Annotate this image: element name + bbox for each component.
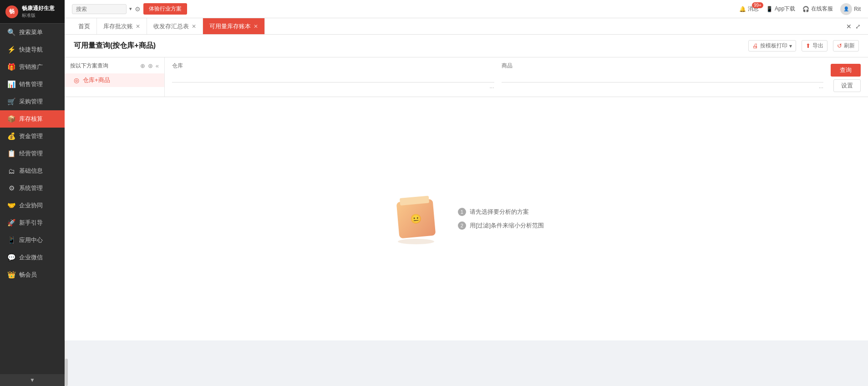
- tab-receipt-summary-label: 收发存汇总表: [153, 22, 189, 31]
- message-badge: 99+: [752, 2, 763, 8]
- sidebar-item-label: 企业协同: [19, 201, 43, 210]
- scheme-item-warehouse-product[interactable]: ◎ 仓库+商品: [65, 73, 164, 87]
- gift-icon: 🎁: [7, 63, 15, 71]
- close-all-tabs-button[interactable]: ✕: [846, 23, 852, 30]
- sidebar-item-enterprise[interactable]: 🤝 企业协同: [0, 197, 65, 214]
- sidebar-item-label: 资金管理: [19, 132, 43, 140]
- warehouse-input[interactable]: [172, 72, 494, 82]
- product-more-button[interactable]: ···: [819, 84, 823, 91]
- sidebar-item-label: 快捷导航: [19, 46, 43, 54]
- top-bar-left: ▾ ⚙ 体验行业方案: [72, 3, 736, 15]
- refresh-button[interactable]: ↺ 刷新: [833, 40, 859, 51]
- hint-item-1: 1 请先选择要分析的方案: [458, 208, 544, 216]
- sidebar-item-label: 库存核算: [19, 115, 43, 123]
- sidebar-item-app[interactable]: 📱 应用中心: [0, 232, 65, 249]
- box-icon: 📦: [7, 115, 15, 123]
- edit-scheme-button[interactable]: ⊛: [148, 62, 153, 69]
- refresh-icon: ↺: [837, 42, 842, 49]
- top-bar-right: 🔔 消息 99+ 📱 App下载 🎧 在线客服 👤 Rit: [739, 3, 861, 15]
- query-button[interactable]: 查询: [831, 64, 861, 77]
- print-label: 按模板打印: [760, 42, 787, 50]
- search-input[interactable]: [72, 4, 127, 14]
- sidebar-item-purchase[interactable]: 🛒 采购管理: [0, 93, 65, 110]
- scheme-toolbar: ⊕ ⊛ «: [140, 62, 159, 69]
- app-download-label: App下载: [775, 5, 795, 13]
- crown-icon: 👑: [7, 271, 15, 279]
- export-label: 导出: [812, 42, 823, 50]
- gear-icon: ⚙: [7, 184, 15, 192]
- message-button[interactable]: 🔔 消息 99+: [739, 5, 759, 13]
- sidebar-item-operation[interactable]: 📋 经营管理: [0, 145, 65, 162]
- username-label: Rit: [854, 6, 861, 12]
- rocket-icon: 🚀: [7, 219, 15, 227]
- scrollbar-thumb[interactable]: [65, 359, 68, 386]
- settings-button[interactable]: 设置: [833, 79, 861, 92]
- avatar: 👤: [840, 3, 852, 15]
- dropdown-icon[interactable]: ▾: [129, 6, 132, 12]
- warehouse-field: 仓库 ···: [172, 62, 494, 91]
- query-fields-panel: 仓库 ··· 商品 ··· 查询 设置: [165, 57, 868, 97]
- hint-num-1: 1: [458, 208, 466, 216]
- chat-icon: 💬: [7, 253, 15, 262]
- printer-icon: 🖨: [752, 42, 758, 49]
- product-field: 商品 ···: [502, 62, 824, 91]
- user-profile[interactable]: 👤 Rit: [840, 3, 861, 15]
- tab-batch-account[interactable]: 库存批次账 ✕: [97, 18, 147, 34]
- collapse-scheme-button[interactable]: «: [156, 62, 159, 69]
- sidebar: 畅 畅康通好生意 标准版 🔍 搜索菜单 ⚡ 快捷导航 🎁 营销推广 📊 销售管理…: [0, 0, 65, 386]
- tab-receipt-summary-close[interactable]: ✕: [192, 23, 196, 30]
- sidebar-item-wechat[interactable]: 💬 企业微信: [0, 249, 65, 266]
- sidebar-item-marketing[interactable]: 🎁 营销推广: [0, 58, 65, 76]
- sidebar-nav: 🔍 搜索菜单 ⚡ 快捷导航 🎁 营销推广 📊 销售管理 🛒 采购管理 📦 库存核…: [0, 24, 65, 374]
- sidebar-item-label: 系统管理: [19, 184, 43, 192]
- sidebar-item-search[interactable]: 🔍 搜索菜单: [0, 24, 65, 41]
- tab-receipt-summary[interactable]: 收发存汇总表 ✕: [147, 18, 203, 34]
- phone-icon: 📱: [766, 6, 773, 12]
- app-download-button[interactable]: 📱 App下载: [766, 5, 795, 13]
- company-badge: 标准版: [22, 12, 55, 19]
- empty-hints: 1 请先选择要分析的方案 2 用[过滤]条件来缩小分析范围: [458, 208, 544, 230]
- print-button[interactable]: 🖨 按模板打印 ▾: [748, 40, 796, 51]
- empty-box-graphic: 😐: [396, 199, 436, 239]
- expand-tabs-button[interactable]: ⤢: [855, 23, 861, 30]
- sidebar-item-label: 采购管理: [19, 98, 43, 106]
- warehouse-more-button[interactable]: ···: [489, 84, 494, 91]
- tab-batch-account-close[interactable]: ✕: [136, 23, 140, 30]
- tab-available-qty[interactable]: 可用量库存账本 ✕: [203, 18, 265, 34]
- product-input[interactable]: [502, 72, 824, 82]
- sidebar-item-sales[interactable]: 📊 销售管理: [0, 76, 65, 93]
- sidebar-scroll-down[interactable]: ▼: [0, 374, 65, 386]
- add-scheme-button[interactable]: ⊕: [140, 62, 145, 69]
- sidebar-item-shortcut[interactable]: ⚡ 快捷导航: [0, 41, 65, 58]
- company-name: 畅康通好生意: [22, 5, 55, 12]
- sidebar-item-newbie[interactable]: 🚀 新手引导: [0, 214, 65, 232]
- hint-text-1: 请先选择要分析的方案: [470, 208, 529, 216]
- sidebar-item-basic[interactable]: 🗂 基础信息: [0, 162, 65, 180]
- bell-icon: 🔔: [739, 6, 746, 12]
- empty-state: 😐 1 请先选择要分析的方案 2 用[过滤]条件来缩小分析范围: [65, 97, 868, 340]
- query-button-group: 查询 设置: [831, 62, 861, 92]
- folder-icon: 🗂: [7, 167, 15, 175]
- trial-button[interactable]: 体验行业方案: [143, 3, 187, 15]
- cart-icon: 🛒: [7, 98, 15, 106]
- sidebar-item-label: 营销推广: [19, 63, 43, 71]
- tab-available-qty-close[interactable]: ✕: [254, 23, 258, 30]
- sidebar-item-finance[interactable]: 💰 资金管理: [0, 128, 65, 145]
- empty-illustration: 😐: [389, 191, 443, 246]
- online-service-button[interactable]: 🎧 在线客服: [802, 5, 833, 13]
- export-button[interactable]: ⬆ 导出: [802, 40, 827, 51]
- sidebar-item-member[interactable]: 👑 畅会员: [0, 266, 65, 283]
- sidebar-item-label: 销售管理: [19, 80, 43, 88]
- sidebar-logo: 畅: [5, 5, 18, 18]
- tab-batch-account-label: 库存批次账: [103, 22, 133, 31]
- print-dropdown-icon[interactable]: ▾: [789, 43, 792, 49]
- sidebar-header: 畅 畅康通好生意 标准版: [0, 0, 65, 24]
- content-area: 可用量查询(按仓库+商品) 🖨 按模板打印 ▾ ⬆ 导出 ↺ 刷新: [65, 35, 868, 340]
- sidebar-item-label: 新手引导: [19, 219, 43, 227]
- settings-icon[interactable]: ⚙: [135, 5, 141, 13]
- sidebar-item-label: 经营管理: [19, 149, 43, 158]
- tab-home[interactable]: 首页: [72, 18, 97, 34]
- sidebar-item-inventory[interactable]: 📦 库存核算: [0, 110, 65, 128]
- handshake-icon: 🤝: [7, 201, 15, 210]
- sidebar-item-system[interactable]: ⚙ 系统管理: [0, 180, 65, 197]
